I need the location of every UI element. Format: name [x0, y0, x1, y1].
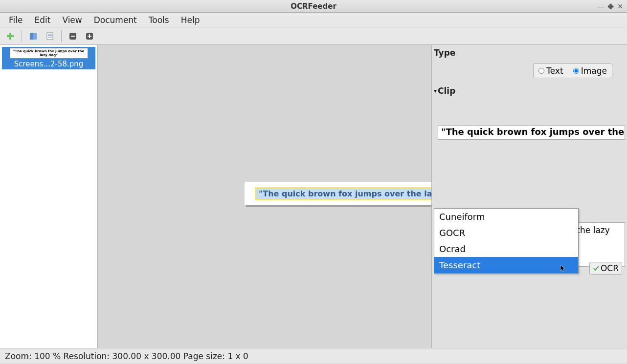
maximize-icon[interactable]: 🞥	[607, 2, 614, 10]
type-radio-group: Text Image	[533, 64, 612, 78]
engine-option-tesseract[interactable]: Tesseract	[434, 257, 578, 273]
ocr-button[interactable]: OCR	[589, 262, 622, 275]
svg-rect-1	[7, 35, 14, 37]
zoom-out-button[interactable]	[66, 29, 80, 43]
menu-edit[interactable]: Edit	[28, 13, 56, 27]
zoom-in-button[interactable]	[82, 29, 97, 43]
menu-tools[interactable]: Tools	[143, 13, 175, 27]
clip-preview: "The quick brown fox jumps over the	[438, 125, 625, 140]
minimize-icon[interactable]: —	[598, 2, 605, 10]
radio-image[interactable]: Image	[568, 64, 612, 78]
menu-help[interactable]: Help	[175, 13, 206, 27]
add-image-button[interactable]	[3, 29, 18, 43]
thumbnail-preview-text: "The quick brown fox jumps over the lazy…	[10, 49, 88, 57]
thumbnail-filename: Screens…2-58.png	[14, 60, 84, 68]
properties-panel: Type Text Image Clip "The quick brown fo…	[431, 45, 627, 348]
text-selection-box[interactable]: "The quick brown fox jumps over the lazy…	[255, 187, 431, 200]
document-canvas[interactable]: "The quick brown fox jumps over the lazy…	[98, 45, 431, 348]
window-title: OCRFeeder	[291, 2, 336, 11]
menubar: File Edit View Document Tools Help	[0, 13, 627, 27]
toolbar-separator	[22, 30, 22, 42]
toolbar	[0, 27, 627, 45]
svg-rect-4	[47, 33, 53, 40]
svg-rect-12	[89, 34, 90, 38]
thumbnail-preview: "The quick brown fox jumps over the lazy…	[10, 48, 88, 59]
document-view-button[interactable]	[43, 29, 57, 43]
statusbar: Zoom: 100 % Resolution: 300.00 x 300.00 …	[0, 348, 627, 364]
select-all-button[interactable]	[26, 29, 41, 43]
menu-document[interactable]: Document	[88, 13, 143, 27]
content-area: "The quick brown fox jumps over the lazy…	[0, 45, 627, 348]
engine-option-gocr[interactable]: GOCR	[434, 225, 578, 241]
document-page: "The quick brown fox jumps over the lazy…	[245, 182, 431, 205]
svg-rect-3	[33, 33, 37, 40]
svg-rect-9	[71, 36, 75, 37]
status-text: Zoom: 100 % Resolution: 300.00 x 300.00 …	[5, 351, 248, 361]
window-controls: — 🞥 ✕	[598, 2, 627, 10]
menu-view[interactable]: View	[56, 13, 88, 27]
engine-zone: T Cuneiform GOCR Ocrad Tesseract OCR Tex…	[434, 208, 625, 267]
page-sidebar: "The quick brown fox jumps over the lazy…	[0, 45, 98, 348]
cursor-icon	[560, 265, 568, 273]
engine-option-cuneiform[interactable]: Cuneiform	[434, 209, 578, 225]
type-section-label: Type	[434, 48, 625, 58]
clip-expander[interactable]: Clip	[434, 86, 625, 96]
toolbar-separator	[61, 30, 62, 42]
close-icon[interactable]: ✕	[617, 2, 623, 10]
engine-option-ocrad[interactable]: Ocrad	[434, 241, 578, 257]
engine-dropdown-popup: Cuneiform GOCR Ocrad Tesseract	[434, 208, 579, 274]
page-thumbnail[interactable]: "The quick brown fox jumps over the lazy…	[2, 47, 95, 69]
menu-file[interactable]: File	[3, 13, 28, 27]
window-titlebar: OCRFeeder — 🞥 ✕	[0, 0, 627, 13]
radio-text[interactable]: Text	[534, 64, 568, 78]
